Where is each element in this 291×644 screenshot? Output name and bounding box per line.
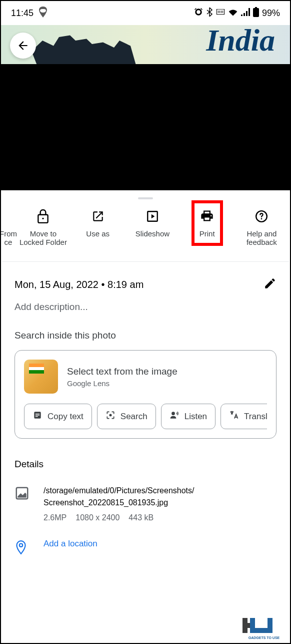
lens-sub-text: Google Lens	[67, 379, 178, 388]
banner-text: India	[206, 25, 275, 58]
translate-button[interactable]: Translate	[220, 404, 267, 429]
svg-point-6	[261, 218, 262, 220]
file-path: /storage/emulated/0/Pictures/Screenshots…	[44, 485, 194, 509]
svg-rect-1	[255, 7, 257, 9]
copy-text-icon	[32, 410, 42, 423]
lens-main-text: Select text from the image	[67, 366, 178, 377]
help-icon	[254, 209, 268, 223]
svg-rect-13	[268, 618, 272, 633]
action-move-to-locked[interactable]: Move to Locked Folder	[16, 209, 70, 246]
print-icon	[200, 209, 214, 223]
action-print[interactable]: Print	[180, 209, 234, 246]
signal-icon	[241, 8, 250, 19]
detail-location[interactable]: Add a location	[14, 539, 276, 557]
description-input[interactable]: Add description...	[14, 301, 276, 312]
action-help[interactable]: Help and feedback	[234, 209, 289, 246]
search-button[interactable]: Search	[97, 404, 156, 429]
details-title: Details	[14, 459, 276, 470]
file-mp: 2.6MP	[44, 512, 66, 524]
svg-rect-11	[250, 618, 255, 633]
listen-button[interactable]: Listen	[161, 404, 216, 429]
file-dimensions: 1080 x 2400	[76, 512, 120, 524]
action-partial[interactable]: From ce	[0, 209, 16, 246]
detail-file: /storage/emulated/0/Pictures/Screenshots…	[14, 485, 276, 524]
arrow-back-icon	[16, 39, 30, 52]
volte-icon	[216, 8, 225, 19]
svg-point-8	[109, 414, 112, 417]
location-icon	[14, 540, 30, 557]
silhouette-graphic	[26, 30, 136, 64]
watermark: GADGETS TO USE	[240, 615, 288, 640]
status-time: 11:45	[11, 8, 34, 19]
search-icon	[106, 410, 116, 423]
photo-date: Mon, 15 Aug, 2022 • 8:19 am	[14, 279, 144, 290]
copy-text-button[interactable]: Copy text	[24, 404, 92, 429]
location-link: Add a location	[44, 539, 98, 549]
action-use-as[interactable]: Use as	[70, 209, 125, 246]
lens-card: Select text from the image Google Lens C…	[14, 350, 276, 439]
slideshow-icon	[146, 209, 160, 223]
search-section: Search inside this photo Select text fro…	[2, 312, 289, 439]
lens-thumbnail	[24, 360, 58, 394]
file-size: 443 kB	[128, 512, 154, 524]
wifi-icon	[228, 8, 238, 19]
lock-icon	[36, 209, 50, 223]
action-row: From ce Move to Locked Folder Use as Sli…	[2, 199, 289, 262]
image-icon	[14, 486, 30, 503]
back-button[interactable]	[10, 33, 36, 59]
svg-point-9	[172, 412, 175, 415]
svg-text:GADGETS TO USE: GADGETS TO USE	[248, 636, 280, 639]
action-slideshow[interactable]: Slideshow	[125, 209, 180, 246]
swiggy-icon	[38, 7, 48, 20]
external-icon	[91, 209, 105, 223]
alarm-icon	[194, 8, 203, 19]
translate-icon	[229, 410, 239, 423]
listen-icon	[170, 410, 180, 423]
svg-rect-12	[255, 628, 268, 633]
svg-point-3	[42, 218, 44, 219]
battery-percent: 99%	[262, 8, 280, 19]
search-title: Search inside this photo	[14, 330, 276, 341]
photo-area[interactable]: India	[1, 25, 290, 190]
svg-rect-0	[253, 8, 259, 17]
battery-icon	[253, 7, 259, 20]
status-bar: 11:45 99%	[1, 1, 290, 25]
print-highlight: Print	[192, 200, 223, 246]
info-section: Mon, 15 Aug, 2022 • 8:19 am Add descript…	[2, 262, 289, 312]
bottom-sheet: From ce Move to Locked Folder Use as Sli…	[2, 193, 289, 642]
photo-banner: India	[1, 25, 290, 64]
bluetooth-icon	[206, 8, 213, 19]
details-section: Details /storage/emulated/0/Pictures/Scr…	[2, 439, 289, 557]
edit-icon[interactable]	[264, 277, 276, 292]
